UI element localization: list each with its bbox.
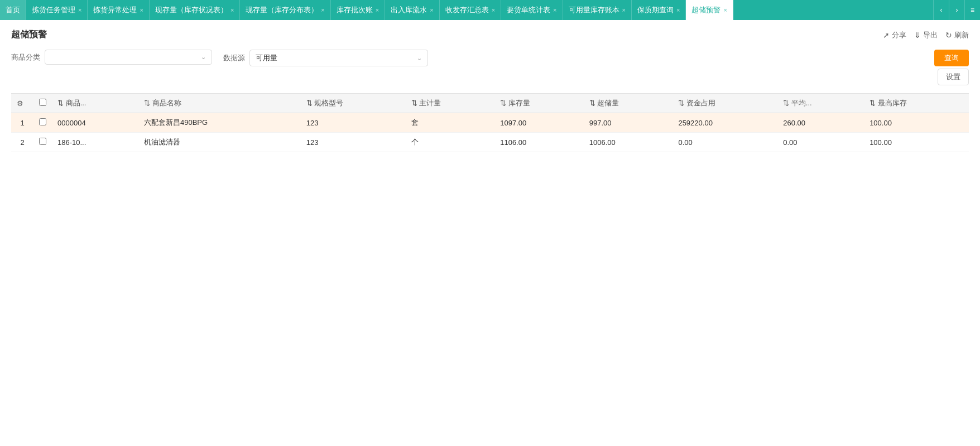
page-title: 超储预警	[11, 29, 47, 41]
category-filter: 商品分类 ⌄	[11, 50, 212, 65]
share-icon: ➚	[883, 31, 890, 40]
th-gear: ⚙	[11, 94, 33, 113]
settings-button[interactable]: 设置	[938, 69, 969, 85]
close-icon[interactable]: ×	[230, 7, 234, 13]
th-checkbox	[33, 94, 52, 113]
th-overstorage[interactable]: ⇅ 超储量	[584, 94, 673, 113]
row-avg: 0.00	[777, 133, 864, 152]
category-select[interactable]: ⌄	[45, 50, 212, 65]
row-unit: 套	[406, 113, 495, 133]
row-code: 0000004	[52, 113, 138, 133]
row-checkbox-cell	[33, 133, 52, 152]
nav-bar: 首页 拣货任务管理 × 拣货异常处理 × 现存量（库存状况表） × 现存量（库存…	[0, 0, 980, 20]
share-button[interactable]: ➚ 分享	[883, 30, 906, 40]
export-button[interactable]: ⇓ 导出	[914, 30, 938, 40]
close-icon[interactable]: ×	[78, 7, 81, 13]
th-unit[interactable]: ⇅ 主计量	[406, 94, 495, 113]
select-all-checkbox[interactable]	[39, 99, 46, 106]
row-checkbox-cell	[33, 113, 52, 133]
row-checkbox[interactable]	[39, 138, 46, 145]
th-avg[interactable]: ⇅ 平均...	[777, 94, 864, 113]
close-icon[interactable]: ×	[376, 7, 379, 13]
close-icon[interactable]: ×	[140, 7, 143, 13]
nav-item-available[interactable]: 可用量库存账本 ×	[563, 0, 632, 20]
close-icon[interactable]: ×	[430, 7, 433, 13]
row-name: 六配套新昌490BPG	[138, 113, 301, 133]
row-maxstock: 100.00	[864, 133, 969, 152]
nav-item-inout[interactable]: 出入库流水 ×	[385, 0, 439, 20]
nav-item-home[interactable]: 首页	[0, 0, 26, 20]
row-overstorage: 1006.00	[584, 133, 673, 152]
datasource-label: 数据源	[223, 53, 245, 63]
nav-item-exception[interactable]: 拣货异常处理 ×	[88, 0, 149, 20]
row-capital: 259220.00	[672, 113, 777, 133]
row-maxstock: 100.00	[864, 113, 969, 133]
nav-item-overstorage[interactable]: 超储预警 ×	[686, 0, 733, 20]
th-stock[interactable]: ⇅ 库存量	[494, 94, 584, 113]
nav-item-stock-status[interactable]: 现存量（库存状况表） ×	[150, 0, 240, 20]
table-header-row: ⚙ ⇅ 商品... ⇅ 商品名称 ⇅ 规格型号 ⇅ 主计量 ⇅	[11, 94, 969, 113]
th-name[interactable]: ⇅ 商品名称	[138, 94, 301, 113]
page-content: 超储预警 ➚ 分享 ⇓ 导出 ↻ 刷新 商品分类 ⌄ 数据源	[0, 20, 980, 446]
data-table: ⚙ ⇅ 商品... ⇅ 商品名称 ⇅ 规格型号 ⇅ 主计量 ⇅	[11, 93, 969, 152]
close-icon[interactable]: ×	[321, 7, 324, 13]
table-body: 1 0000004 六配套新昌490BPG 123 套 1097.00 997.…	[11, 113, 969, 152]
th-maxstock[interactable]: ⇅ 最高库存	[864, 94, 969, 113]
row-checkbox[interactable]	[39, 118, 46, 125]
row-capital: 0.00	[672, 133, 777, 152]
export-icon: ⇓	[914, 31, 921, 40]
row-stock: 1106.00	[494, 133, 584, 152]
nav-arrows: ‹ › ≡	[933, 0, 980, 20]
table-row: 2 186-10... 机油滤清器 123 个 1106.00 1006.00 …	[11, 133, 969, 152]
datasource-select[interactable]: 可用量 ⌄	[249, 50, 428, 66]
row-stock: 1097.00	[494, 113, 584, 133]
close-icon[interactable]: ×	[622, 7, 626, 13]
th-capital[interactable]: ⇅ 资金占用	[672, 94, 777, 113]
row-unit: 个	[406, 133, 495, 152]
close-icon[interactable]: ×	[723, 7, 727, 13]
nav-item-batch[interactable]: 库存批次账 ×	[331, 0, 385, 20]
th-code[interactable]: ⇅ 商品...	[52, 94, 138, 113]
filter-actions: 查询 设置	[934, 50, 969, 85]
row-name: 机油滤清器	[138, 133, 301, 152]
category-label: 商品分类	[11, 52, 40, 62]
th-spec[interactable]: ⇅ 规格型号	[301, 94, 406, 113]
chevron-down-icon: ⌄	[201, 54, 206, 61]
close-icon[interactable]: ×	[676, 7, 680, 13]
row-avg: 260.00	[777, 113, 864, 133]
row-overstorage: 997.00	[584, 113, 673, 133]
close-icon[interactable]: ×	[553, 7, 556, 13]
header-actions: ➚ 分享 ⇓ 导出 ↻ 刷新	[883, 30, 969, 40]
nav-item-task[interactable]: 拣货任务管理 ×	[26, 0, 88, 20]
nav-item-purchase-stats[interactable]: 要货单统计表 ×	[501, 0, 563, 20]
nav-prev-button[interactable]: ‹	[933, 0, 949, 20]
gear-icon[interactable]: ⚙	[17, 99, 23, 108]
nav-next-button[interactable]: ›	[949, 0, 964, 20]
table-row: 1 0000004 六配套新昌490BPG 123 套 1097.00 997.…	[11, 113, 969, 133]
refresh-icon: ↻	[945, 31, 952, 40]
query-button[interactable]: 查询	[934, 50, 969, 66]
row-spec: 123	[301, 133, 406, 152]
page-header: 超储预警 ➚ 分享 ⇓ 导出 ↻ 刷新	[11, 29, 969, 41]
row-num: 1	[11, 113, 33, 133]
nav-item-stock-dist[interactable]: 现存量（库存分布表） ×	[240, 0, 330, 20]
chevron-down-icon: ⌄	[417, 55, 422, 62]
row-num: 2	[11, 133, 33, 152]
nav-item-expiry[interactable]: 保质期查询 ×	[632, 0, 686, 20]
close-icon[interactable]: ×	[492, 7, 495, 13]
datasource-filter: 数据源 可用量 ⌄	[223, 50, 428, 66]
row-spec: 123	[301, 113, 406, 133]
refresh-button[interactable]: ↻ 刷新	[945, 30, 969, 40]
row-code: 186-10...	[52, 133, 138, 152]
nav-more-button[interactable]: ≡	[964, 0, 980, 20]
nav-item-summary[interactable]: 收发存汇总表 ×	[440, 0, 501, 20]
